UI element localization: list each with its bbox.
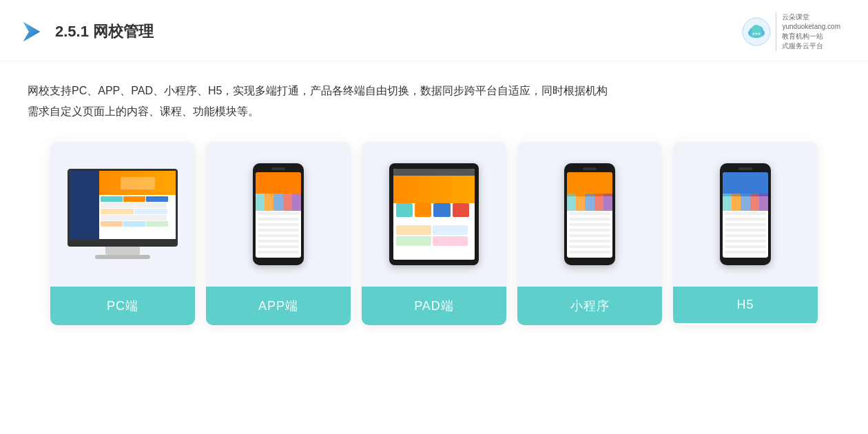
card-app: APP端: [206, 142, 351, 325]
brand-name: 云朵课堂: [782, 12, 840, 22]
card-miniapp-label: 小程序: [517, 287, 662, 325]
description-text: 网校支持PC、APP、PAD、小程序、H5，实现多端打通，产品各终端自由切换，数…: [28, 81, 840, 123]
card-miniapp-image: [517, 142, 662, 287]
logo-arrow-icon: [21, 19, 45, 44]
svg-marker-1: [23, 22, 40, 41]
monitor-screen: [68, 169, 178, 241]
card-h5-image: [673, 142, 818, 287]
cloud-logo-icon: [741, 17, 772, 47]
pad-screen: [393, 169, 475, 260]
card-h5: H5: [673, 142, 818, 325]
card-pad: PAD端: [362, 142, 506, 325]
miniapp-phone-screen: [567, 172, 612, 258]
brand-text: 云朵课堂 yunduoketang.com 教育机构一站 式服务云平台: [776, 12, 840, 51]
svg-point-8: [753, 33, 755, 35]
h5-phone-screen: [723, 172, 768, 258]
brand-url: yunduoketang.com: [782, 22, 840, 32]
h5-phone-mockup: [720, 163, 771, 265]
brand-tagline2: 式服务云平台: [782, 41, 840, 51]
monitor-base: [95, 255, 150, 259]
svg-point-10: [758, 33, 761, 35]
card-app-label: APP端: [206, 287, 351, 325]
miniapp-screen-content: [567, 172, 612, 258]
miniapp-phone-mockup: [564, 163, 615, 265]
app-phone-mockup: [253, 163, 304, 265]
header-right: 云朵课堂 yunduoketang.com 教育机构一站 式服务云平台: [741, 12, 840, 51]
app-phone-screen: [256, 172, 301, 258]
pad-mockup: [389, 163, 479, 265]
pc-main: [99, 171, 176, 239]
card-miniapp: 小程序: [517, 142, 662, 325]
card-pc-label: PC端: [50, 287, 195, 325]
card-app-image: [206, 142, 351, 287]
brand-tagline1: 教育机构一站: [782, 32, 840, 41]
card-h5-label: H5: [673, 287, 818, 323]
header-left: 2.5.1 网校管理: [21, 19, 154, 44]
header: 2.5.1 网校管理: [0, 0, 868, 61]
card-pad-image: [362, 142, 506, 287]
svg-point-9: [756, 33, 758, 35]
pc-main-bottom: [99, 195, 176, 229]
description-section: 网校支持PC、APP、PAD、小程序、H5，实现多端打通，产品各终端自由切换，数…: [0, 61, 868, 135]
page-container: 2.5.1 网校管理: [0, 0, 868, 434]
card-pad-label: PAD端: [362, 287, 506, 325]
brand-logo: 云朵课堂 yunduoketang.com 教育机构一站 式服务云平台: [741, 12, 840, 51]
monitor-stand: [105, 247, 140, 255]
pc-main-top: [99, 171, 176, 195]
h5-screen-content: [723, 172, 768, 258]
monitor-chin: [68, 241, 178, 247]
monitor-mockup: [68, 169, 178, 259]
pc-screen-content: [70, 171, 176, 239]
pc-sidebar: [70, 171, 99, 239]
card-pc: PC端: [50, 142, 195, 325]
app-screen-content: [256, 172, 301, 258]
cards-section: PC端 APP端: [0, 135, 868, 346]
header-title: 2.5.1 网校管理: [55, 21, 154, 42]
card-pc-image: [50, 142, 195, 287]
